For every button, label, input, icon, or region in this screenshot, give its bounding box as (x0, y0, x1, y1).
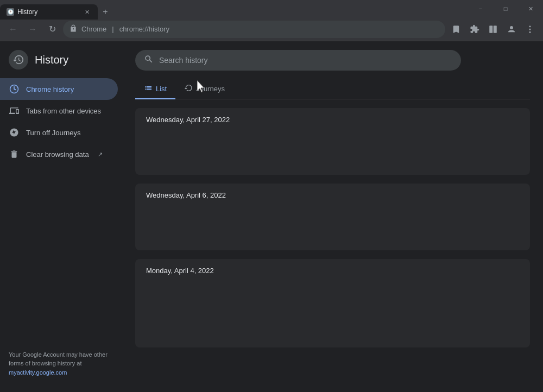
browser-toolbar: ← → ↻ Chrome | chrome://history (0, 17, 543, 41)
sidebar-nav: Chrome history Tabs from other devices T… (0, 78, 122, 344)
minimize-button[interactable]: − (468, 0, 493, 17)
sidebar: History Chrome history Tabs from other d… (0, 41, 122, 392)
user-profile-button[interactable] (503, 21, 520, 38)
journeys-tab-icon (184, 84, 193, 94)
list-icon (144, 84, 153, 94)
external-link-icon: ↗ (98, 151, 103, 158)
search-bar (135, 50, 461, 71)
devices-icon (9, 105, 20, 116)
sidebar-item-chrome-history[interactable]: Chrome history (0, 78, 118, 100)
section-apr-6: Wednesday, April 6, 2022 (135, 184, 530, 250)
tab-title: History (17, 8, 37, 16)
svg-point-5 (529, 31, 531, 33)
section-apr-27-header: Wednesday, April 27, 2022 (135, 108, 530, 131)
close-button[interactable]: ✕ (518, 0, 543, 17)
delete-icon (9, 149, 20, 160)
sidebar-footer: Your Google Account may have other forms… (0, 344, 122, 384)
sidebar-item-clear-label: Clear browsing data (26, 150, 89, 159)
search-icon (144, 54, 154, 66)
section-apr-4-header: Monday, April 4, 2022 (135, 259, 530, 282)
sidebar-header-icon (9, 50, 28, 69)
svg-point-4 (529, 28, 531, 30)
history-tabs: List Journeys (135, 79, 530, 99)
sidebar-item-turn-off-journeys[interactable]: Turn off Journeys (0, 122, 118, 143)
svg-point-2 (510, 26, 513, 29)
menu-button[interactable] (521, 21, 539, 38)
chrome-history-icon (9, 84, 20, 94)
refresh-button[interactable]: ↻ (43, 21, 61, 38)
maximize-button[interactable]: □ (493, 0, 518, 17)
search-input[interactable] (159, 56, 452, 65)
forward-button[interactable]: → (24, 21, 41, 38)
tab-close-button[interactable]: ✕ (83, 8, 91, 16)
address-prefix: Chrome (81, 25, 106, 33)
sidebar-item-clear-browsing-data[interactable]: Clear browsing data ↗ (0, 143, 118, 165)
window-controls: − □ ✕ (468, 0, 543, 17)
section-apr-6-content (135, 207, 530, 250)
back-button[interactable]: ← (4, 21, 22, 38)
content-area: List Journeys Wednesday, April 27, 2022 … (122, 41, 543, 392)
sidebar-header: History (0, 50, 122, 78)
sidebar-item-tabs-other-devices[interactable]: Tabs from other devices (0, 100, 118, 122)
svg-rect-1 (494, 26, 497, 33)
main-layout: History Chrome history Tabs from other d… (0, 41, 543, 392)
sidebar-title: History (35, 54, 68, 66)
footer-link[interactable]: myactivity.google.com (9, 369, 67, 376)
title-bar: 🕐 History ✕ + − □ ✕ (0, 0, 543, 17)
sidebar-item-journeys-label: Turn off Journeys (26, 129, 80, 137)
new-tab-button[interactable]: + (98, 4, 113, 20)
address-lock-icon (70, 24, 77, 34)
search-container (135, 50, 530, 71)
tab-favicon: 🕐 (7, 8, 14, 16)
toolbar-icons (447, 21, 539, 38)
split-screen-button[interactable] (484, 21, 502, 38)
address-url: chrome://history (119, 25, 169, 33)
section-apr-4-content (135, 282, 530, 347)
address-bar[interactable]: Chrome | chrome://history (63, 21, 445, 38)
bookmark-star-button[interactable] (447, 21, 465, 38)
section-apr-6-header: Wednesday, April 6, 2022 (135, 184, 530, 207)
tab-journeys-label: Journeys (196, 85, 225, 93)
footer-text: Your Google Account may have other forms… (9, 351, 108, 367)
svg-rect-0 (489, 26, 493, 33)
svg-point-3 (529, 26, 531, 27)
tabs-area: 🕐 History ✕ + (0, 0, 468, 17)
chrome-extensions-button[interactable] (466, 21, 483, 38)
tab-list[interactable]: List (135, 79, 175, 99)
sidebar-item-tabs-label: Tabs from other devices (26, 107, 101, 115)
tab-journeys[interactable]: Journeys (175, 79, 233, 99)
journeys-icon (9, 127, 20, 138)
section-apr-27-content (135, 131, 530, 175)
tab-list-label: List (156, 85, 167, 93)
sidebar-item-chrome-history-label: Chrome history (26, 85, 74, 93)
section-apr-27: Wednesday, April 27, 2022 (135, 108, 530, 175)
active-tab[interactable]: 🕐 History ✕ (0, 4, 98, 20)
section-apr-4: Monday, April 4, 2022 (135, 259, 530, 347)
